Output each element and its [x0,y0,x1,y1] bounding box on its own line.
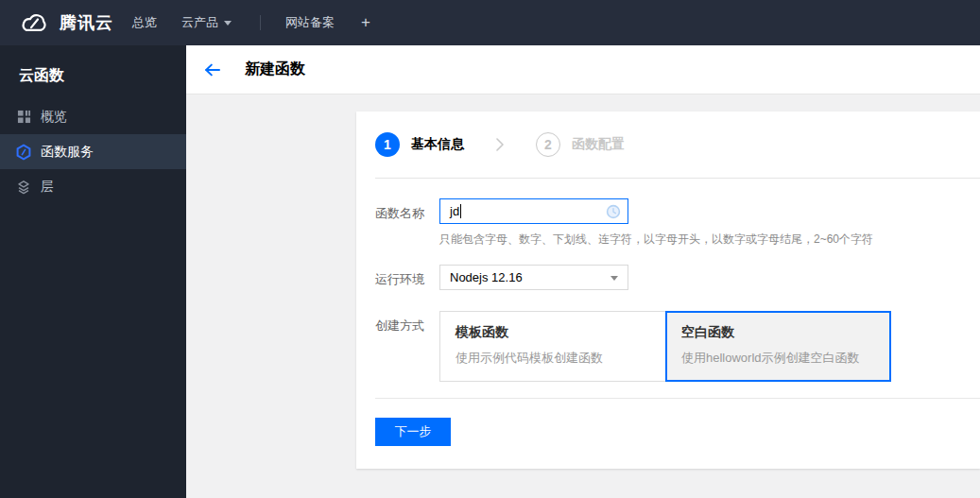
tencent-cloud-logo[interactable]: 腾讯云 [19,11,113,34]
function-name-help: 只能包含字母、数字、下划线、连字符，以字母开头，以数字或字母结尾，2~60个字符 [439,232,980,246]
runtime-row: 运行环境 Nodejs 12.16 [356,265,980,290]
page-header: 新建函数 [186,45,980,94]
method-card-title: 模板函数 [456,324,650,341]
method-card-blank-function[interactable]: 空白函数 使用helloworld示例创建空白函数 [665,311,891,382]
wizard-steps: 1 基本信息 2 函数配置 [356,112,980,178]
step-label: 函数配置 [572,136,625,153]
sidebar-item-label: 函数服务 [41,144,94,161]
step-number-badge: 1 [375,132,400,157]
step-basic-info: 1 基本信息 [375,132,464,157]
topbar-menu: 总览 云产品 网站备案 + [132,0,370,45]
sidebar-title: 云函数 [0,45,186,99]
sidebar-item-label: 层 [41,179,54,196]
method-card-group: 模板函数 使用示例代码模板创建函数 空白函数 使用helloworld示例创建空… [439,311,891,382]
topnav-overview[interactable]: 总览 [132,14,157,31]
runtime-select[interactable]: Nodejs 12.16 [439,265,628,290]
function-name-value: jd [450,204,459,218]
brand-text: 腾讯云 [60,11,113,34]
content-area: 1 基本信息 2 函数配置 函数名称 jd [186,94,980,498]
step-number-badge: 2 [536,132,560,157]
method-card-desc: 使用示例代码模板创建函数 [456,350,650,367]
topbar: 腾讯云 总览 云产品 网站备案 + [0,0,980,45]
cloud-logo-icon [19,11,50,34]
scf-hexagon-icon [15,144,32,161]
sidebar-item-overview[interactable]: 概览 [0,99,186,134]
step-function-config: 2 函数配置 [536,132,625,157]
method-card-template-function[interactable]: 模板函数 使用示例代码模板创建函数 [439,311,666,382]
pending-clock-icon [606,204,621,223]
sidebar-item-function-service[interactable]: 函数服务 [0,134,186,169]
function-name-label: 函数名称 [375,198,439,222]
step-label: 基本信息 [411,136,464,153]
divider [375,398,980,399]
step-arrow-icon [496,138,504,151]
sidebar-item-label: 概览 [41,109,67,126]
runtime-label: 运行环境 [375,265,439,288]
back-arrow-icon [203,62,221,77]
text-cursor [460,204,461,218]
runtime-selected-value: Nodejs 12.16 [450,270,523,284]
topbar-divider [260,15,261,30]
select-caret-icon [610,276,618,281]
page-title: 新建函数 [245,60,305,79]
chevron-down-icon [224,21,232,26]
back-button[interactable] [203,62,221,77]
grid-icon [15,109,32,126]
method-card-desc: 使用helloworld示例创建空白函数 [681,350,875,367]
layers-icon [15,179,32,196]
function-name-row: 函数名称 jd [356,198,980,224]
method-card-title: 空白函数 [681,324,875,341]
function-name-input[interactable]: jd [439,198,628,224]
creation-method-row: 创建方式 模板函数 使用示例代码模板创建函数 空白函数 使用helloworld… [356,311,980,382]
divider [375,178,980,179]
creation-method-label: 创建方式 [375,311,439,335]
topnav-cloud-products[interactable]: 云产品 [181,14,232,31]
sidebar: 云函数 概览 函数服务 [0,45,186,498]
next-step-button[interactable]: 下一步 [375,418,451,446]
create-function-card: 1 基本信息 2 函数配置 函数名称 jd [356,112,980,469]
sidebar-item-layers[interactable]: 层 [0,169,186,204]
add-tab-button[interactable]: + [361,13,370,32]
topnav-icp-filing[interactable]: 网站备案 [285,14,335,31]
